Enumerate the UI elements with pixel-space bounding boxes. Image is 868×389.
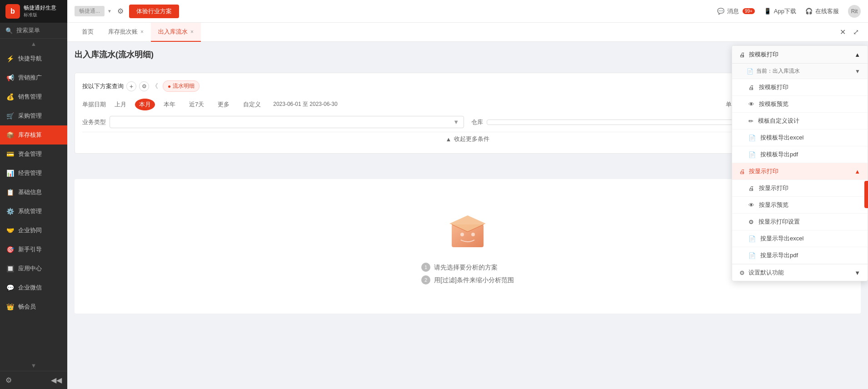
tab-batch-ledger-close-icon[interactable]: ×	[140, 29, 144, 35]
sidebar-scroll-down[interactable]: ▼	[0, 360, 67, 371]
tab-batch-ledger[interactable]: 库存批次账 ×	[101, 23, 151, 42]
dropdown-item-display-settings[interactable]: ⚙ 按显示打印设置	[732, 214, 868, 230]
display-pdf-icon: 📄	[748, 252, 756, 259]
sidebar-item-quick-nav[interactable]: ⚡ 快捷导航	[0, 49, 67, 68]
current-template-label: 当前：出入库流水	[756, 67, 800, 75]
sidebar-collapse-icon[interactable]: ◀◀	[51, 376, 62, 384]
date-btn-last-month[interactable]: 上月	[110, 99, 131, 110]
sidebar-item-system[interactable]: ⚙️ 系统管理	[0, 202, 67, 221]
sidebar-item-inventory[interactable]: 📦 库存核算	[0, 125, 67, 145]
date-btn-7days[interactable]: 近7天	[184, 99, 209, 110]
active-filter-tag[interactable]: ● 流水明细	[163, 80, 200, 92]
dropdown-display-section-header[interactable]: 🖨 按显示打印 ▲	[732, 163, 868, 180]
sales-icon: 💰	[5, 92, 15, 101]
topbar-customer-service[interactable]: 🎧 在线客服	[805, 7, 839, 15]
dropdown-footer-default[interactable]: ⚙ 设置默认功能 ▼	[732, 264, 868, 281]
tab-maximize-icon[interactable]: ⤢	[851, 26, 861, 38]
topbar-right: 💬 消息 99+ 📱 App下载 🎧 在线客服 Rit	[717, 5, 861, 18]
sidebar-item-guide[interactable]: 🎯 新手引导	[0, 240, 67, 259]
topbar-app-download[interactable]: 📱 App下载	[764, 7, 796, 15]
tab-inout-flow-close-icon[interactable]: ×	[190, 29, 194, 35]
sidebar-item-marketing[interactable]: 📢 营销推广	[0, 68, 67, 87]
sidebar-item-wecom[interactable]: 💬 企业微信	[0, 278, 67, 297]
template-design-label: 模板自定义设计	[758, 117, 799, 125]
tab-home-label: 首页	[82, 28, 94, 36]
sidebar-item-purchase[interactable]: 🛒 采购管理	[0, 106, 67, 125]
date-btn-custom[interactable]: 自定义	[238, 99, 266, 110]
sidebar-item-member[interactable]: 👑 畅会员	[0, 297, 67, 316]
dropdown-item-display-print[interactable]: 🖨 按显示打印	[732, 180, 868, 197]
sidebar-label-collab: 企业协同	[18, 226, 42, 234]
tab-home[interactable]: 首页	[75, 23, 101, 42]
svg-point-1	[460, 233, 464, 236]
sidebar-label-member: 畅会员	[18, 303, 36, 311]
dropdown-item-display-pdf[interactable]: 📄 按显示导出pdf	[732, 247, 868, 264]
business-type-select[interactable]: ▼	[110, 116, 464, 128]
sidebar-item-basic[interactable]: 📋 基础信息	[0, 183, 67, 202]
display-print-label: 按显示打印	[759, 184, 788, 192]
date-btn-this-year[interactable]: 本年	[159, 99, 180, 110]
sidebar-item-apps[interactable]: 🔲 应用中心	[0, 259, 67, 278]
sidebar-bottom: ⚙ ◀◀	[0, 371, 67, 389]
search-icon: 🔍	[5, 27, 13, 34]
tab-inout-flow[interactable]: 出入库流水 ×	[151, 23, 201, 42]
display-preview-label: 按显示预览	[759, 201, 788, 209]
date-btn-this-month[interactable]: 本月	[135, 99, 155, 110]
right-edge-handle[interactable]	[864, 181, 868, 208]
template-pdf-icon: 📄	[748, 151, 756, 158]
sidebar-item-collab[interactable]: 🤝 企业协同	[0, 221, 67, 240]
topbar-avatar[interactable]: Rit	[848, 5, 861, 18]
display-settings-label: 按显示打印设置	[758, 218, 800, 226]
sidebar-label-purchase: 采购管理	[18, 112, 42, 120]
dropdown-item-template-design[interactable]: ✏ 模板自定义设计	[732, 113, 868, 130]
date-btn-more[interactable]: 更多	[213, 99, 234, 110]
dropdown-item-display-preview[interactable]: 👁 按显示预览	[732, 197, 868, 214]
svg-point-2	[471, 233, 475, 236]
display-pdf-label: 按显示导出pdf	[760, 251, 798, 259]
empty-step-2: 2 用[过滤]条件来缩小分析范围	[421, 274, 514, 286]
dropdown-item-template-preview[interactable]: 👁 按模板预览	[732, 96, 868, 113]
template-preview-label: 按模板预览	[759, 100, 788, 108]
marketing-icon: 📢	[5, 73, 15, 82]
template-pdf-label: 按模板导出pdf	[760, 150, 798, 159]
purchase-icon: 🛒	[5, 111, 15, 120]
trial-button[interactable]: 体验行业方案	[129, 5, 179, 18]
dropdown-item-template-excel[interactable]: 📄 按模板导出excel	[732, 130, 868, 146]
date-range-display: 2023-06-01 至 2023-06-30	[273, 100, 337, 108]
dropdown-item-template-pdf[interactable]: 📄 按模板导出pdf	[732, 146, 868, 163]
sidebar-item-finance[interactable]: 💳 资金管理	[0, 145, 67, 164]
sidebar-item-operation[interactable]: 📊 经营管理	[0, 164, 67, 183]
filter-tag-icon: ●	[168, 83, 171, 90]
tab-close-all-icon[interactable]: ✕	[838, 26, 848, 38]
app-logo-icon: b	[5, 4, 20, 19]
system-icon: ⚙️	[5, 207, 15, 216]
topbar-gear-icon[interactable]: ⚙	[117, 7, 124, 15]
display-print-icon: 🖨	[748, 185, 754, 192]
dropdown-item-display-excel[interactable]: 📄 按显示导出excel	[732, 230, 868, 247]
date-label: 单据日期	[82, 100, 106, 109]
avatar-name: Rit	[851, 8, 858, 15]
dropdown-current-template[interactable]: 📄 当前：出入库流水 ▼	[732, 64, 868, 79]
tab-inout-flow-label: 出入库流水	[158, 28, 188, 36]
dropdown-item-template-print[interactable]: 🖨 按模板打印	[732, 79, 868, 96]
sidebar-scroll-up[interactable]: ▲	[0, 39, 67, 49]
topbar-user-chevron-icon: ▼	[107, 9, 112, 14]
sidebar: b 畅捷通好生意 标准版 🔍 搜索菜单 ▲ ⚡ 快捷导航 📢 营销推广 💰 销售…	[0, 0, 67, 389]
current-template-icon: 📄	[747, 68, 753, 75]
finance-icon: 💳	[5, 150, 15, 159]
template-excel-icon: 📄	[748, 135, 756, 141]
topbar-message[interactable]: 💬 消息 99+	[717, 7, 755, 15]
filter-add-button[interactable]: +	[126, 81, 136, 91]
sidebar-settings-icon[interactable]: ⚙	[5, 376, 12, 384]
filter-collapse-icon[interactable]: 《	[152, 82, 158, 90]
filter-settings-icon[interactable]: ⚙	[139, 81, 149, 91]
sidebar-item-sales[interactable]: 💰 销售管理	[0, 87, 67, 106]
display-excel-icon: 📄	[748, 235, 756, 242]
business-type-chevron-icon: ▼	[453, 119, 459, 125]
display-section-chevron-icon: ▲	[854, 168, 860, 175]
topbar-user[interactable]: 畅捷通... ▼	[75, 6, 112, 16]
sidebar-search[interactable]: 🔍 搜索菜单	[0, 23, 67, 39]
dropdown-template-header[interactable]: 🖨 按模板打印 ▲	[732, 46, 868, 64]
basic-icon: 📋	[5, 188, 15, 197]
app-download-label: App下载	[774, 7, 796, 15]
